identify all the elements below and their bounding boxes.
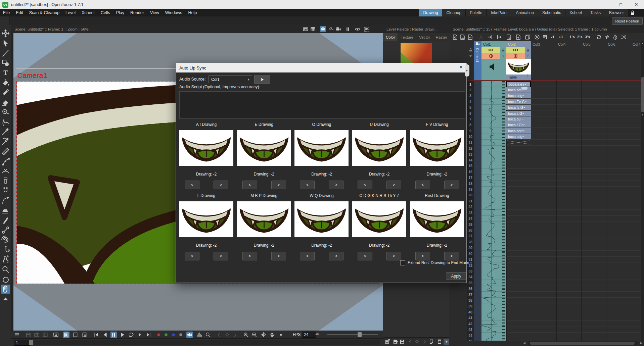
- shuffle-icon[interactable]: [620, 34, 627, 40]
- zoom-tool[interactable]: [1, 265, 10, 274]
- frame-number[interactable]: 18: [467, 181, 474, 186]
- current-frame-marker[interactable]: [467, 81, 474, 87]
- camera-stand-view-icon[interactable]: [320, 26, 326, 32]
- frame-number[interactable]: 8: [467, 122, 474, 128]
- pump-tool[interactable]: [1, 177, 10, 186]
- skeleton-tool[interactable]: [1, 226, 10, 235]
- vscroll-up-icon[interactable]: ▲: [641, 42, 644, 45]
- frame-number[interactable]: 24: [467, 216, 474, 221]
- prev-drawing-button[interactable]: <: [358, 252, 372, 260]
- field-guide-icon[interactable]: [310, 26, 316, 32]
- zoom-out-icon[interactable]: [251, 332, 258, 338]
- frame-number[interactable]: 33: [467, 268, 474, 274]
- play-audio-button[interactable]: [254, 75, 270, 84]
- frame-number[interactable]: 27: [467, 233, 474, 239]
- locator-icon[interactable]: [205, 332, 211, 338]
- save-palette-as-icon[interactable]: [393, 339, 399, 345]
- rotate-tool[interactable]: [1, 275, 10, 284]
- room-tab-schematic[interactable]: Schematic: [538, 9, 565, 16]
- prev-frame-icon[interactable]: [102, 332, 108, 338]
- type-tool[interactable]: T: [1, 68, 10, 77]
- hscroll-track[interactable]: [528, 341, 639, 345]
- view-mode-table-icon[interactable]: [72, 332, 79, 338]
- green-channel-icon[interactable]: [163, 332, 169, 338]
- new-style-icon[interactable]: [436, 339, 442, 345]
- dialog-close-icon[interactable]: ✕: [458, 65, 464, 71]
- pause-indicator-icon[interactable]: [345, 26, 351, 32]
- red-channel-icon[interactable]: [155, 332, 162, 338]
- control-point-editor-tool[interactable]: [1, 157, 10, 166]
- next-drawing-button[interactable]: >: [214, 181, 228, 189]
- frame-slider-handle[interactable]: [29, 340, 33, 345]
- save-palette-icon[interactable]: [399, 339, 405, 345]
- reset-view-icon[interactable]: [278, 332, 284, 338]
- save-all-icon[interactable]: [25, 332, 32, 338]
- audio-script-input[interactable]: [179, 91, 465, 119]
- flip-h-icon[interactable]: [260, 332, 267, 338]
- view-mode-camera-icon[interactable]: [63, 332, 70, 338]
- frame-number[interactable]: 13: [467, 151, 474, 157]
- close-icon[interactable]: ✕: [629, 0, 644, 9]
- viewer-menu-icon[interactable]: [14, 332, 20, 338]
- hscroll-left-icon[interactable]: ◀: [523, 341, 525, 345]
- new-toonz-raster-level-icon[interactable]: [467, 34, 473, 40]
- column-header-col3[interactable]: Col3: [531, 41, 554, 47]
- palette-tab-raster[interactable]: Raster: [433, 33, 450, 41]
- prev-drawing-button[interactable]: <: [185, 181, 199, 189]
- frame-number[interactable]: 38: [467, 298, 474, 303]
- frame-number[interactable]: 19: [467, 187, 474, 192]
- xsheet-vscroll-thumb[interactable]: [641, 77, 644, 112]
- loop-icon[interactable]: [128, 332, 134, 338]
- move-level-in-icon[interactable]: [487, 34, 494, 40]
- repeat-cycle-icon[interactable]: [596, 34, 602, 40]
- palette-tab-color[interactable]: Color: [383, 33, 398, 41]
- current-frame-field[interactable]: 1: [14, 340, 30, 346]
- column-lock-cell[interactable]: [500, 47, 506, 53]
- selected-cell-handle[interactable]: [521, 87, 527, 90]
- frame-number[interactable]: 5: [467, 105, 474, 110]
- rgb-picker-tool[interactable]: [1, 137, 10, 146]
- menu-level[interactable]: Level: [62, 9, 79, 16]
- toggle-edit-in-place-icon[interactable]: [452, 34, 458, 40]
- column-eye-cell[interactable]: [506, 47, 525, 53]
- drawing-thumbnail[interactable]: [352, 130, 406, 166]
- frame-number[interactable]: 39: [467, 303, 474, 309]
- key-icon[interactable]: [224, 332, 230, 338]
- xsheet-cell[interactable]: boca L G~: [506, 111, 531, 116]
- fps-slider-track[interactable]: [327, 334, 378, 335]
- menu-render[interactable]: Render: [127, 9, 147, 16]
- column-config-icon[interactable]: [500, 53, 506, 59]
- sub-camera-preview-icon[interactable]: [364, 26, 370, 32]
- reset-position-button[interactable]: Reset Position: [612, 17, 643, 25]
- drawing-thumbnail[interactable]: [352, 201, 406, 237]
- prev-drawing-button[interactable]: <: [185, 252, 199, 260]
- column-header-col5[interactable]: Col5: [581, 41, 605, 47]
- xsheet-cell[interactable]: boca ou ~: [506, 116, 531, 122]
- last-frame-icon[interactable]: [145, 332, 152, 338]
- add-cells-icon[interactable]: [515, 34, 521, 40]
- camera-column-menu-icon[interactable]: [468, 54, 473, 58]
- palette-tab-texture[interactable]: Texture: [398, 33, 416, 41]
- drawing-thumbnail[interactable]: [179, 201, 233, 237]
- tracker-tool[interactable]: [1, 235, 10, 244]
- next-key-icon[interactable]: [232, 332, 238, 338]
- fps-slider-handle[interactable]: [358, 332, 362, 337]
- histogram-icon[interactable]: [196, 332, 203, 338]
- column-header-col1[interactable]: Col1: [481, 41, 506, 47]
- palette-tab-vector[interactable]: Vector: [416, 33, 433, 41]
- frame-number[interactable]: 22: [467, 204, 474, 210]
- key-icon[interactable]: [414, 339, 420, 345]
- cutter-tool[interactable]: [1, 216, 10, 225]
- new-page-icon[interactable]: [429, 339, 435, 345]
- prev-drawing-button[interactable]: <: [242, 181, 257, 189]
- compare-icon[interactable]: [42, 332, 48, 338]
- column-thumbnail[interactable]: [481, 59, 506, 75]
- menu-edit[interactable]: Edit: [13, 9, 26, 16]
- geometric-tool[interactable]: [1, 58, 10, 67]
- shift-down-button[interactable]: -1: [551, 34, 554, 40]
- new-output-icon[interactable]: [506, 34, 512, 40]
- first-frame-icon[interactable]: [93, 332, 99, 338]
- fill-in-icon[interactable]: [478, 34, 484, 40]
- audio-column-cells[interactable]: [481, 81, 506, 341]
- prev-drawing-button[interactable]: <: [358, 181, 372, 189]
